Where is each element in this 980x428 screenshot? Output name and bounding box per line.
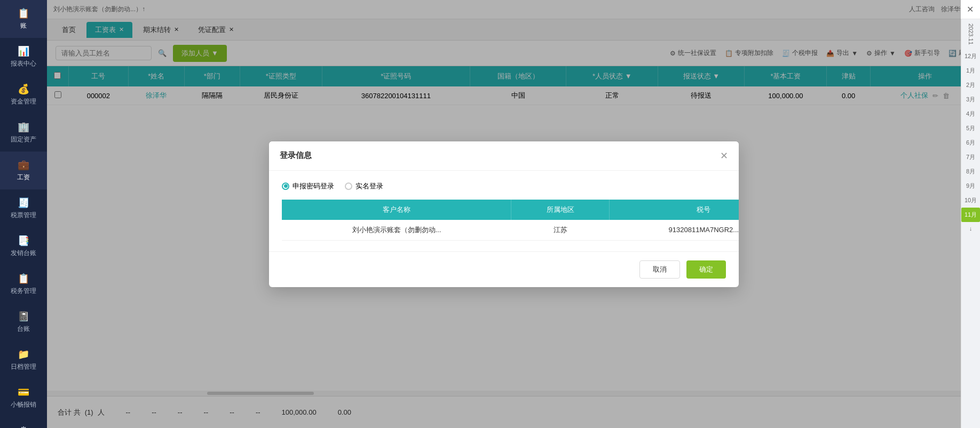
radio-dot-realname (345, 183, 352, 190)
funds-icon: 💰 (4, 83, 43, 95)
topbar-close[interactable]: ✕ (967, 4, 974, 14)
file-mgmt-icon: 📁 (4, 348, 43, 360)
cal-month-9[interactable]: 9月 (961, 179, 980, 193)
sales-icon: 📑 (4, 235, 43, 247)
sidebar-item-zhang[interactable]: 📋 账 (0, 0, 47, 38)
sidebar-item-expense[interactable]: 💳 小畅报销 (0, 379, 47, 417)
cell-client-name: 刘小艳演示账套（勿删勿动... (282, 220, 511, 241)
sidebar-item-settings[interactable]: ⚙ 设置 (0, 417, 47, 428)
dialog-title: 登录信息 (280, 150, 312, 161)
calendar-year: 2023.11 (968, 19, 974, 49)
dialog-footer: 取消 确定 (269, 251, 739, 287)
sidebar-item-tax-tickets[interactable]: 🧾 税票管理 (0, 189, 47, 227)
dialog-table-row: 刘小艳演示账套（勿删勿动... 江苏 91320811MA7NGR2... (282, 220, 739, 241)
settings-icon: ⚙ (4, 424, 43, 428)
tax-mgmt-icon: 📋 (4, 273, 43, 284)
cell-tax-no: 91320811MA7NGR2... (610, 220, 739, 241)
cal-month-10[interactable]: 10月 (961, 193, 980, 208)
cal-month-11[interactable]: 11月 (961, 208, 980, 222)
radio-realname-login[interactable]: 实名登录 (345, 181, 383, 191)
cal-month-12[interactable]: 12月 (961, 49, 980, 64)
sidebar-item-assets[interactable]: 🏢 固定资产 (0, 114, 47, 152)
zhang-icon: 📋 (4, 7, 43, 19)
salary-icon: 💼 (4, 159, 43, 171)
sidebar-item-salary[interactable]: 💼 工资 (0, 152, 47, 189)
radio-dot-password (282, 183, 289, 190)
calendar-panel: 2023.11 12月 1月 2月 3月 4月 5月 6月 7月 8月 9月 1… (961, 19, 980, 428)
cal-month-2[interactable]: 2月 (961, 78, 980, 92)
sidebar-item-ledger[interactable]: 📓 台账 (0, 303, 47, 341)
confirm-button[interactable]: 确定 (686, 260, 726, 279)
radio-password-login[interactable]: 申报密码登录 (282, 181, 334, 191)
cal-month-6[interactable]: 6月 (961, 136, 980, 150)
dialog-header: 登录信息 ✕ (269, 141, 739, 171)
sidebar-item-tax-mgmt[interactable]: 📋 税务管理 (0, 265, 47, 303)
expense-icon: 💳 (4, 386, 43, 398)
cal-month-8[interactable]: 8月 (961, 164, 980, 179)
sidebar-item-sales-ledger[interactable]: 📑 发销台账 (0, 227, 47, 265)
sidebar-item-funds[interactable]: 💰 资金管理 (0, 76, 47, 114)
cal-month-7[interactable]: 7月 (961, 150, 980, 164)
dialog-close-button[interactable]: ✕ (720, 150, 728, 162)
sidebar-item-reports[interactable]: 📊 报表中心 (0, 38, 47, 76)
overlay: 登录信息 ✕ 申报密码登录 实名登录 客户名称 所属地 (47, 0, 961, 428)
cal-month-5[interactable]: 5月 (961, 121, 980, 136)
tax-tickets-icon: 🧾 (4, 197, 43, 209)
dialog-body: 申报密码登录 实名登录 客户名称 所属地区 税号 个税密码 (269, 171, 739, 251)
dialog-table-header: 客户名称 所属地区 税号 个税密码 (282, 200, 739, 220)
cal-month-4[interactable]: 4月 (961, 107, 980, 121)
login-info-table: 客户名称 所属地区 税号 个税密码 刘小艳演示账套（勿删勿动... 江苏 913… (282, 200, 739, 241)
cell-region: 江苏 (511, 220, 610, 241)
col-client-name: 客户名称 (282, 200, 511, 220)
cal-month-3[interactable]: 3月 (961, 92, 980, 107)
col-tax-no: 税号 (610, 200, 739, 220)
login-type-radio-group: 申报密码登录 实名登录 (282, 181, 726, 191)
ledger-icon: 📓 (4, 311, 43, 322)
cal-scroll-down[interactable]: ↓ (961, 222, 980, 235)
col-region: 所属地区 (511, 200, 610, 220)
login-dialog: 登录信息 ✕ 申报密码登录 实名登录 客户名称 所属地 (269, 141, 739, 287)
cal-month-1[interactable]: 1月 (961, 64, 980, 78)
assets-icon: 🏢 (4, 121, 43, 133)
cancel-button[interactable]: 取消 (639, 260, 680, 279)
sidebar: 📋 账 📊 报表中心 💰 资金管理 🏢 固定资产 💼 工资 🧾 税票管理 📑 发… (0, 0, 47, 428)
sidebar-item-file-mgmt[interactable]: 📁 日档管理 (0, 341, 47, 379)
reports-icon: 📊 (4, 45, 43, 57)
